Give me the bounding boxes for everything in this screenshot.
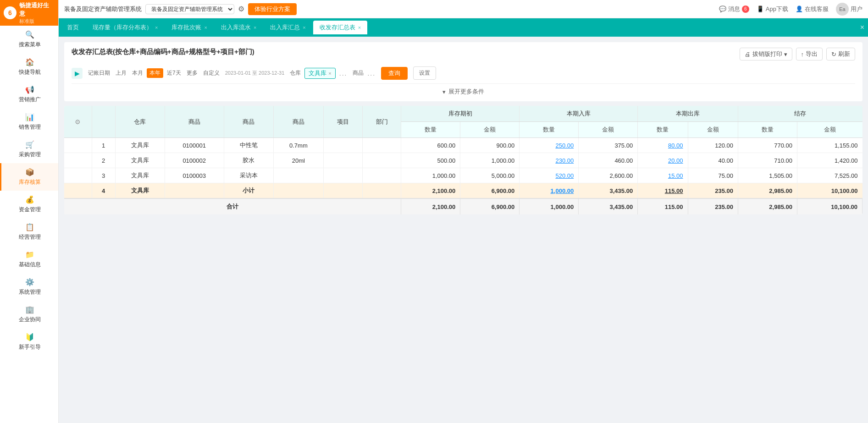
footer-in-qty: 1,000.00 [520,198,579,214]
sales-icon: 📊 [25,113,34,121]
print-button[interactable]: 🖨 拔销版打印 ▾ [740,48,792,60]
operations-icon: 📋 [25,223,34,231]
tab-stock-dist-close[interactable]: × [155,25,158,30]
tab-summary[interactable]: 出入库汇总 × [264,21,312,34]
date-btn-this-year[interactable]: 本年 [147,68,163,78]
date-btn-7days[interactable]: 近7天 [165,68,183,78]
gear-icon[interactable]: ⚙ [238,5,244,13]
tab-home[interactable]: 首页 [61,21,85,34]
out-qty-link[interactable]: 80.00 [638,138,688,153]
sidebar-item-marketing[interactable]: 📢 营销推广 [0,81,58,108]
tab-stock-dist[interactable]: 现存量（库存分布表） × [86,21,164,34]
export-button[interactable]: ↑ 导出 [796,48,823,60]
sidebar-header: 6 畅捷通好生意 标准版 [0,0,58,26]
tab-batch-label: 库存批次账 [171,23,201,32]
refresh-button[interactable]: ↻ 刷新 [826,48,855,60]
message-badge: 6 [742,5,749,13]
footer-close-amt: 10,100.00 [797,198,862,214]
in-qty-link[interactable]: 1,000.00 [520,183,579,199]
sidebar-item-label: 快捷导航 [19,68,41,76]
out-qty-link[interactable]: 115.00 [638,183,688,199]
system-select[interactable]: 装备及固定资产辅助管理系统 [145,4,234,14]
app-download-button[interactable]: 📱 App下载 [757,5,788,13]
sidebar-item-enterprise[interactable]: 🏢 企业协同 [0,301,58,328]
in-qty-link[interactable]: 520.00 [520,168,579,183]
service-icon: 👤 [796,5,803,12]
sidebar-title-block: 畅捷通好生意 标准版 [19,1,55,25]
sidebar-item-label: 库存核算 [19,178,41,186]
in-qty-link[interactable]: 230.00 [520,153,579,168]
print-label: 拔销版打印 [752,50,782,58]
in-qty-link[interactable]: 250.00 [520,138,579,153]
tab-recv-send-close[interactable]: × [358,25,361,30]
warehouse-tag-remove[interactable]: × [328,71,331,76]
sidebar-item-purchase[interactable]: 🛒 采购管理 [0,136,58,163]
export-label: 导出 [806,50,818,58]
filter-expand-button[interactable]: ▶ [72,68,83,79]
guide-icon: 🔰 [25,333,34,341]
goods-filter-more[interactable]: ... [367,70,376,77]
footer-label: 合计 [64,198,401,214]
th-out: 本期出库 [638,106,738,122]
tab-batch-close[interactable]: × [204,25,207,30]
download-icon: 📱 [757,5,764,12]
sidebar-item-label: 销售管理 [19,123,41,131]
export-icon: ↑ [801,51,804,58]
tab-batch[interactable]: 库存批次账 × [165,21,213,34]
user-label: 用户 [851,5,862,13]
purchase-icon: 🛒 [25,140,34,149]
tab-recv-send[interactable]: 收发存汇总表 × [313,21,367,34]
sidebar-item-label: 基础信息 [19,261,41,269]
sidebar-item-finance[interactable]: 💰 资金管理 [0,191,58,218]
industry-plan-button[interactable]: 体验行业方案 [248,3,297,15]
out-qty-link[interactable]: 15.00 [638,168,688,183]
sidebar-item-quicknav[interactable]: 🏠 快捷导航 [0,53,58,81]
close-all-tabs-icon[interactable]: × [858,22,866,33]
sidebar-app-name: 畅捷通好生意 [19,1,55,18]
marketing-icon: 📢 [25,85,34,94]
date-btn-more[interactable]: 更多 [185,68,199,78]
sidebar-item-system[interactable]: ⚙️ 系统管理 [0,273,58,301]
sidebar: 6 畅捷通好生意 标准版 🔍 搜索菜单 🏠 快捷导航 📢 营销推广 📊 销售管理… [0,0,59,423]
footer-in-amt: 3,435.00 [579,198,638,214]
warehouse-tag[interactable]: 文具库 × [304,68,335,79]
tab-flow[interactable]: 出入库流水 × [215,21,263,34]
sidebar-logo: 6 [4,6,17,19]
th-goods-code: 商品 [165,106,224,138]
query-button[interactable]: 查询 [381,67,408,80]
warehouse-filter-more[interactable]: ... [339,70,348,77]
sidebar-item-operations[interactable]: 📋 经营管理 [0,218,58,246]
th-settings[interactable]: ⚙ [64,106,92,138]
date-label: 记账日期 [88,69,110,77]
sidebar-item-sales[interactable]: 📊 销售管理 [0,108,58,136]
date-btn-last-month[interactable]: 上月 [114,68,128,78]
th-closing: 结存 [738,106,862,122]
table-row: 4文具库小计2,100.006,900.001,000.003,435.0011… [64,183,862,199]
th-out-amt: 金额 [688,122,738,138]
expand-more-bar[interactable]: ▾ 展开更多条件 [72,83,855,96]
date-btn-custom[interactable]: 自定义 [201,68,221,78]
system-icon: ⚙️ [25,278,34,286]
message-button[interactable]: 💬 消息 6 [719,5,749,13]
sidebar-item-inventory[interactable]: 📦 库存核算 [0,163,58,191]
online-service-button[interactable]: 👤 在线客服 [796,5,829,13]
out-qty-link[interactable]: 20.00 [638,153,688,168]
date-btn-this-month[interactable]: 本月 [130,68,145,78]
user-menu[interactable]: Ea 用户 [836,3,862,16]
table-row: 1文具库0100001中性笔0.7mm600.00900.00250.00375… [64,138,862,153]
filter-settings-button[interactable]: 设置 [413,66,436,80]
tab-flow-label: 出入库流水 [221,23,251,32]
sidebar-item-search[interactable]: 🔍 搜索菜单 [0,26,58,53]
tab-flow-close[interactable]: × [254,25,256,30]
date-filter-row: 记账日期 上月 本月 本年 近7天 更多 自定义 2023-01-01 至 20… [88,68,284,78]
tab-summary-close[interactable]: × [303,25,305,30]
basic-icon: 📁 [25,250,34,259]
tab-summary-label: 出入库汇总 [270,23,300,32]
table-settings-icon[interactable]: ⚙ [75,118,81,126]
date-shortcuts: 上月 本月 本年 近7天 更多 自定义 [114,68,221,78]
sidebar-item-basic[interactable]: 📁 基础信息 [0,246,58,273]
sidebar-item-guide[interactable]: 🔰 新手引导 [0,328,58,356]
th-open-qty: 数量 [401,122,460,138]
th-in-amt: 金额 [579,122,638,138]
footer-open-qty: 2,100.00 [401,198,460,214]
